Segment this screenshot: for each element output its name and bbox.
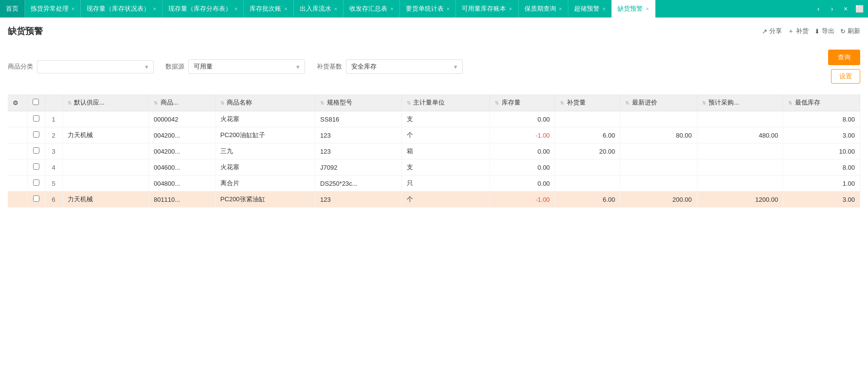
row-checkbox-cell[interactable] (27, 192, 45, 208)
chevron-down-icon: ▾ (145, 63, 148, 70)
close-icon[interactable]: × (72, 6, 74, 12)
nav-controls: ‹ › × ⬜ (812, 2, 868, 16)
row-replenish-qty (555, 176, 620, 192)
close-icon[interactable]: × (235, 6, 237, 12)
row-gear-cell (8, 176, 27, 192)
row-checkbox[interactable] (33, 115, 39, 122)
nav-prev-button[interactable]: ‹ (812, 2, 825, 16)
th-default-supplier[interactable]: ⇅ 默认供应... (62, 94, 148, 111)
th-latest-price[interactable]: ⇅ 最新进价 (620, 94, 697, 111)
nav-tab-expiry[interactable]: 保质期查询 × (519, 0, 568, 18)
th-row-num (45, 94, 62, 111)
datasource-select[interactable]: 可用量 ▾ (188, 59, 305, 74)
row-checkbox-cell[interactable] (27, 127, 45, 143)
nav-tab-recv[interactable]: 收发存汇总表 × (344, 0, 399, 18)
share-button[interactable]: ↗ 分享 (762, 27, 782, 35)
row-est-purchase (697, 159, 783, 176)
row-stock: -1.00 (490, 192, 555, 208)
th-product-name[interactable]: ⇅ 商品名称 (215, 94, 315, 111)
th-spec[interactable]: ⇅ 规格型号 (315, 94, 402, 111)
close-icon[interactable]: × (559, 6, 562, 12)
sort-icon: ⇅ (702, 100, 706, 106)
row-stock: 0.00 (490, 176, 555, 192)
sort-icon: ⇅ (407, 100, 411, 106)
nav-tab-shortage[interactable]: 缺货预警 × (612, 0, 655, 18)
select-all-checkbox[interactable] (33, 99, 39, 105)
row-checkbox[interactable] (33, 195, 39, 202)
row-latest-price (620, 159, 697, 176)
th-product-code[interactable]: ⇅ 商品... (148, 94, 215, 111)
th-replenish-qty[interactable]: ⇅ 补货量 (555, 94, 620, 111)
nav-tab-stock-status[interactable]: 现存量（库存状况表） × (81, 0, 162, 18)
row-checkbox[interactable] (33, 131, 39, 138)
row-spec: SS816 (315, 111, 402, 127)
close-icon[interactable]: × (334, 6, 337, 12)
th-checkbox[interactable] (27, 94, 45, 111)
row-stock: 0.00 (490, 143, 555, 159)
refresh-button[interactable]: ↻ 刷新 (840, 27, 860, 35)
chevron-down-icon: ▾ (296, 63, 300, 70)
row-latest-price (620, 176, 697, 192)
close-icon[interactable]: × (602, 6, 605, 12)
table-header-row: ⚙ ⇅ 默认供应... ⇅ 商品... ⇅ 商品名称 (8, 94, 860, 111)
data-table: ⚙ ⇅ 默认供应... ⇅ 商品... ⇅ 商品名称 (8, 94, 860, 208)
row-est-purchase (697, 111, 783, 127)
page-header: 缺货预警 ↗ 分享 ＋ 补货 ⬇ 导出 ↻ 刷新 (8, 25, 860, 37)
close-icon[interactable]: × (447, 6, 450, 12)
row-replenish-qty: 6.00 (555, 192, 620, 208)
query-button[interactable]: 查询 (828, 50, 860, 65)
row-replenish-qty: 6.00 (555, 127, 620, 143)
category-select[interactable]: ▾ (37, 60, 154, 73)
nav-close-button[interactable]: × (839, 2, 852, 16)
row-supplier: 力天机械 (62, 127, 148, 143)
nav-tab-stock-dist[interactable]: 现存量（库存分布表） × (163, 0, 244, 18)
category-filter: 商品分类 ▾ (8, 60, 154, 73)
close-icon[interactable]: × (153, 6, 156, 12)
th-stock[interactable]: ⇅ 库存量 (490, 94, 555, 111)
row-replenish-qty (555, 111, 620, 127)
nav-tab-flow[interactable]: 出入库流水 × (294, 0, 344, 18)
row-est-purchase (697, 143, 783, 159)
nav-tab-overstock[interactable]: 超储预警 × (568, 0, 612, 18)
page-container: 缺货预警 ↗ 分享 ＋ 补货 ⬇ 导出 ↻ 刷新 商品分类 (0, 18, 868, 387)
row-supplier: 力天机械 (62, 192, 148, 208)
th-est-purchase[interactable]: ⇅ 预计采购... (697, 94, 783, 111)
sort-icon: ⇅ (68, 100, 72, 106)
nav-tab-pick[interactable]: 拣货异常处理 × (25, 0, 81, 18)
page-title: 缺货预警 (8, 25, 43, 37)
close-icon[interactable]: × (646, 6, 649, 12)
nav-tab-home[interactable]: 首页 (0, 0, 25, 18)
row-product-name: 火花塞 (215, 159, 315, 176)
row-checkbox-cell[interactable] (27, 176, 45, 192)
sort-icon: ⇅ (220, 100, 224, 106)
settings-button[interactable]: 设置 (831, 69, 860, 84)
nav-maximize-button[interactable]: ⬜ (852, 2, 866, 16)
row-checkbox[interactable] (33, 147, 39, 154)
row-checkbox[interactable] (33, 163, 39, 170)
th-unit[interactable]: ⇅ 主计量单位 (401, 94, 489, 111)
row-gear-cell (8, 111, 27, 127)
row-checkbox-cell[interactable] (27, 159, 45, 176)
row-checkbox-cell[interactable] (27, 143, 45, 159)
datasource-value: 可用量 (194, 62, 213, 71)
row-product-code: 004200... (148, 127, 215, 143)
gear-icon: ⚙ (13, 99, 18, 106)
sort-icon: ⇅ (154, 100, 158, 106)
row-checkbox[interactable] (33, 179, 39, 186)
close-icon[interactable]: × (390, 6, 393, 12)
sort-icon: ⇅ (320, 100, 324, 106)
close-icon[interactable]: × (509, 6, 512, 12)
replenish-base-select[interactable]: 安全库存 ▾ (346, 59, 463, 74)
nav-tab-order-stat[interactable]: 要货单统计表 × (400, 0, 456, 18)
close-icon[interactable]: × (284, 6, 287, 12)
replenish-button[interactable]: ＋ 补货 (788, 27, 809, 35)
th-gear[interactable]: ⚙ (8, 94, 27, 111)
nav-tab-avail-ledger[interactable]: 可用量库存账本 × (456, 0, 518, 18)
export-button[interactable]: ⬇ 导出 (814, 27, 834, 35)
th-min-stock[interactable]: ⇅ 最低库存 (783, 94, 860, 111)
table-row: 5 004800... 离合片 DS250*23c... 只 0.00 1.00 (8, 176, 860, 192)
table-row: 4 004600... 火花塞 J7092 支 0.00 8.00 (8, 159, 860, 176)
nav-tab-batch[interactable]: 库存批次账 × (244, 0, 293, 18)
row-checkbox-cell[interactable] (27, 111, 45, 127)
nav-next-button[interactable]: › (825, 2, 839, 16)
